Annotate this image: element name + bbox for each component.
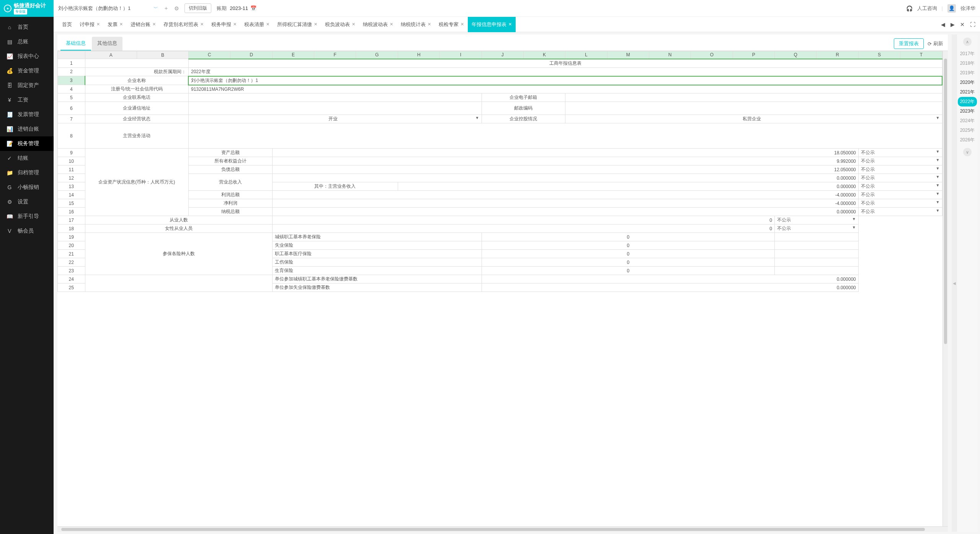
row-header[interactable]: 24 (58, 275, 85, 283)
column-header[interactable]: D (230, 51, 272, 59)
tab-other-info[interactable]: 其他信息 (92, 37, 122, 51)
column-header[interactable]: F (314, 51, 356, 59)
row-header[interactable]: 9 (58, 149, 85, 157)
column-header[interactable]: J (482, 51, 523, 59)
account-selector[interactable]: 刘小艳演示账套（勿删勿动！）1 (58, 5, 131, 12)
close-icon[interactable]: ✕ (390, 22, 393, 27)
column-header[interactable] (58, 51, 85, 59)
sidebar-item-archive[interactable]: 📁归档管理 (0, 165, 54, 180)
year-item[interactable]: 2021年 (958, 87, 977, 97)
row-header[interactable]: 25 (58, 283, 85, 292)
close-icon[interactable]: ✕ (428, 22, 431, 27)
close-icon[interactable]: ✕ (119, 22, 123, 27)
close-icon[interactable]: ✕ (461, 22, 464, 27)
old-version-button[interactable]: 切到旧版 (185, 3, 211, 13)
year-item[interactable]: 2018年 (958, 59, 977, 68)
row-header[interactable]: 10 (58, 157, 85, 165)
sidebar-item-xc[interactable]: G小畅报销 (0, 180, 54, 195)
tab[interactable]: 纳税统计表✕ (397, 17, 435, 32)
row-header[interactable]: 8 (58, 123, 85, 149)
tab[interactable]: 首页 (58, 17, 76, 32)
column-header[interactable]: T (900, 51, 942, 59)
row-header[interactable]: 17 (58, 216, 85, 224)
column-header[interactable]: Q (775, 51, 817, 59)
close-icon[interactable]: ✕ (508, 22, 512, 27)
year-panel-toggle[interactable]: ◀ (952, 34, 957, 532)
tab[interactable]: 年报信息申报表✕ (468, 17, 516, 32)
sidebar-item-invoice[interactable]: 🧾发票管理 (0, 107, 54, 122)
row-header[interactable]: 21 (58, 250, 85, 258)
row-header[interactable]: 11 (58, 165, 85, 174)
sidebar-item-salary[interactable]: ¥工资 (0, 93, 54, 107)
sidebar-item-ledger[interactable]: ▤总账 (0, 34, 54, 49)
column-header[interactable]: O (691, 51, 733, 59)
row-header[interactable]: 15 (58, 199, 85, 208)
column-header[interactable]: P (733, 51, 774, 59)
year-item[interactable]: 2017年 (958, 49, 977, 59)
column-header[interactable]: M (607, 51, 649, 59)
row-header[interactable]: 18 (58, 224, 85, 233)
chevron-down-icon[interactable]: ﹀ (154, 5, 158, 11)
row-header[interactable]: 7 (58, 115, 85, 123)
tabs-prev-icon[interactable]: ◀ (941, 21, 945, 28)
tabs-close-icon[interactable]: ✕ (960, 21, 965, 28)
column-header[interactable]: K (523, 51, 565, 59)
tab[interactable]: 税表清册✕ (240, 17, 273, 32)
column-header[interactable]: I (440, 51, 482, 59)
user-name[interactable]: 徐泽华 (960, 5, 975, 12)
row-header[interactable]: 2 (58, 67, 85, 76)
headset-icon[interactable]: 🎧 (906, 5, 913, 11)
close-icon[interactable]: ✕ (96, 22, 100, 27)
sidebar-item-purchase[interactable]: 📊进销台账 (0, 122, 54, 136)
close-icon[interactable]: ✕ (314, 22, 317, 27)
sidebar-item-chart[interactable]: 📈报表中心 (0, 49, 54, 64)
holding-select[interactable]: 私营企业▼ (565, 115, 942, 123)
sidebar-item-tax[interactable]: 📝税务管理 (0, 136, 54, 151)
tab[interactable]: 税务申报✕ (207, 17, 240, 32)
year-item[interactable]: 2023年 (958, 106, 977, 116)
row-header[interactable]: 3 (58, 76, 85, 85)
row-header[interactable]: 14 (58, 191, 85, 199)
row-header[interactable]: 13 (58, 182, 85, 191)
column-header[interactable]: A (85, 51, 137, 59)
close-icon[interactable]: ✕ (352, 22, 355, 27)
tab[interactable]: 所得税汇算清缴✕ (273, 17, 321, 32)
refresh-button[interactable]: ⟳ 刷新 (928, 40, 943, 47)
company-cell[interactable]: 刘小艳演示账套（勿删勿动！）1 (188, 76, 942, 85)
sidebar-item-home[interactable]: ⌂首页 (0, 20, 54, 34)
tab[interactable]: 税负波动表✕ (321, 17, 359, 32)
tab[interactable]: 发票✕ (104, 17, 127, 32)
sidebar-item-guide[interactable]: 📖新手引导 (0, 209, 54, 224)
column-header[interactable]: B (137, 51, 188, 59)
vertical-scrollbar[interactable] (942, 51, 948, 526)
tab[interactable]: 讨申报✕ (76, 17, 104, 32)
row-header[interactable]: 23 (58, 267, 85, 275)
year-item[interactable]: 2020年 (958, 78, 977, 87)
row-header[interactable]: 6 (58, 102, 85, 115)
horizontal-scrollbar[interactable] (57, 526, 948, 532)
row-header[interactable]: 16 (58, 208, 85, 216)
pub-select[interactable]: 不公示▼ (858, 149, 942, 157)
gear-icon[interactable]: ⚙ (174, 5, 179, 11)
sidebar-item-money[interactable]: 💰资金管理 (0, 64, 54, 78)
column-header[interactable]: E (272, 51, 314, 59)
year-item[interactable]: 2026年 (958, 135, 977, 145)
row-header[interactable]: 4 (58, 85, 85, 93)
column-header[interactable]: G (356, 51, 398, 59)
status-select[interactable]: 开业▼ (188, 115, 482, 123)
tab-basic-info[interactable]: 基础信息 (60, 37, 91, 51)
calendar-icon[interactable]: 📅 (250, 5, 256, 11)
tab[interactable]: 进销台账✕ (127, 17, 160, 32)
column-header[interactable]: S (858, 51, 900, 59)
close-icon[interactable]: ✕ (266, 22, 270, 27)
row-header[interactable]: 1 (58, 59, 85, 68)
spreadsheet[interactable]: ABCDEFGHIJKLMNOPQRST1工商年报信息表2税款所属期间：2022… (57, 51, 942, 526)
year-item[interactable]: 2022年 (958, 97, 977, 106)
row-header[interactable]: 12 (58, 174, 85, 182)
column-header[interactable]: C (188, 51, 230, 59)
period-value[interactable]: 2023-11 (230, 5, 248, 11)
year-item[interactable]: 2025年 (958, 126, 977, 135)
column-header[interactable]: H (398, 51, 439, 59)
avatar[interactable]: 👤 (947, 4, 956, 13)
year-item[interactable]: 2019年 (958, 68, 977, 78)
